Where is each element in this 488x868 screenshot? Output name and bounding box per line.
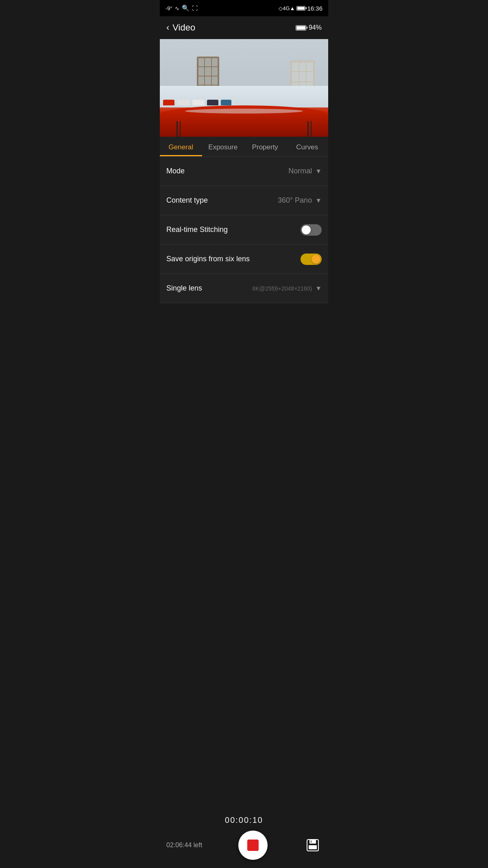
signal-icon: ◇4G▲ — [279, 5, 295, 11]
tab-property[interactable]: Property — [244, 137, 286, 156]
timer-display: 00:00:10 — [225, 816, 263, 825]
header: ‹ Video 94% — [160, 16, 328, 39]
cars — [163, 100, 231, 105]
record-button[interactable] — [238, 831, 268, 860]
setting-stitching-label: Real-time Stitching — [166, 225, 228, 234]
image-icon: ⛶ — [192, 5, 198, 11]
setting-single-lens-label: Single lens — [166, 284, 202, 293]
status-left: -9° ∿ 🔍 ⛶ — [166, 4, 198, 12]
status-right: ◇4G▲ 16:36 — [279, 5, 322, 12]
mode-dropdown-arrow: ▼ — [315, 168, 322, 175]
header-left: ‹ Video — [166, 22, 195, 33]
storage-left: 02:06:44 left — [166, 842, 202, 849]
stitching-toggle-thumb — [302, 225, 311, 234]
setting-mode-label: Mode — [166, 167, 185, 175]
car-hood — [160, 105, 328, 137]
header-battery: 94% — [296, 24, 322, 31]
save-origins-toggle-thumb — [312, 255, 320, 264]
bottom-controls: 02:06:44 left — [166, 831, 322, 860]
setting-single-lens-value: 8K@25f(6+2048×2160) ▼ — [253, 285, 322, 292]
svg-rect-1 — [309, 840, 316, 844]
content-type-dropdown-arrow: ▼ — [315, 197, 322, 204]
tab-curves[interactable]: Curves — [286, 137, 329, 156]
record-button-wrapper — [202, 831, 304, 860]
tab-exposure[interactable]: Exposure — [202, 137, 244, 156]
setting-single-lens[interactable]: Single lens 8K@25f(6+2048×2160) ▼ — [160, 274, 328, 303]
single-lens-dropdown-arrow: ▼ — [315, 285, 322, 292]
svg-rect-3 — [311, 840, 312, 843]
setting-save-origins-label: Save origins from six lens — [166, 255, 250, 263]
bottom-bar: 00:00:10 02:06:44 left — [160, 811, 328, 868]
tab-general[interactable]: General — [160, 137, 202, 156]
status-time: 16:36 — [307, 5, 322, 12]
back-button[interactable]: ‹ — [166, 22, 169, 33]
stitching-toggle-track — [301, 224, 322, 236]
battery-indicator — [296, 6, 305, 11]
stitching-toggle[interactable] — [301, 224, 322, 236]
hood-stripe-right — [307, 121, 312, 137]
setting-realtime-stitching: Real-time Stitching — [160, 215, 328, 245]
save-button[interactable] — [304, 836, 322, 854]
setting-save-origins: Save origins from six lens — [160, 245, 328, 274]
setting-mode[interactable]: Mode Normal ▼ — [160, 157, 328, 186]
temperature: -9° — [166, 5, 172, 11]
page-title: Video — [172, 22, 195, 33]
header-battery-icon — [296, 25, 306, 31]
tabs-bar: General Exposure Property Curves — [160, 137, 328, 157]
wifi-icon: ∿ — [175, 5, 179, 11]
save-origins-toggle-track — [301, 254, 322, 265]
setting-content-type[interactable]: Content type 360° Pano ▼ — [160, 186, 328, 215]
setting-content-type-value: 360° Pano ▼ — [278, 196, 322, 205]
hood-stripe-left — [176, 121, 181, 137]
save-icon — [305, 838, 320, 853]
header-battery-percent: 94% — [309, 24, 322, 31]
setting-content-type-label: Content type — [166, 196, 208, 205]
setting-mode-value: Normal ▼ — [288, 167, 322, 175]
svg-rect-2 — [309, 845, 317, 849]
record-icon — [247, 840, 259, 851]
settings-list: Mode Normal ▼ Content type 360° Pano ▼ R… — [160, 157, 328, 303]
video-preview — [160, 39, 328, 137]
search-icon: 🔍 — [182, 4, 190, 12]
save-origins-toggle[interactable] — [301, 254, 322, 265]
battery-icon — [296, 6, 305, 11]
status-bar: -9° ∿ 🔍 ⛶ ◇4G▲ 16:36 — [160, 0, 328, 16]
